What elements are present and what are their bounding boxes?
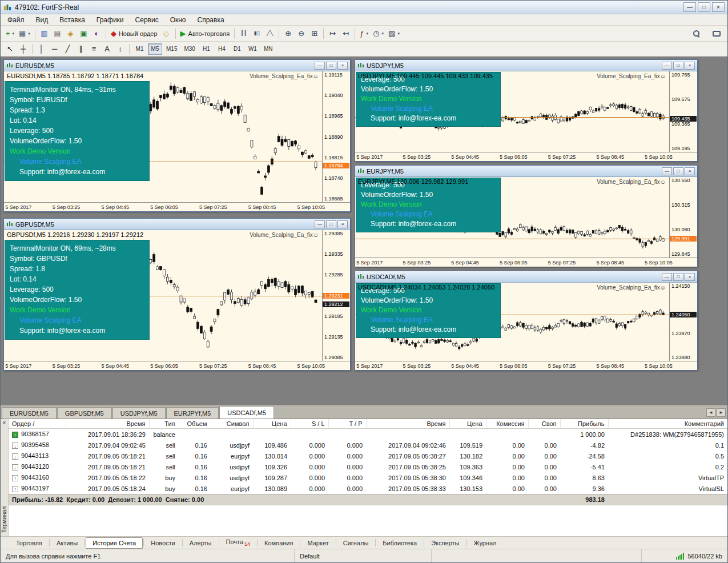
chart-area[interactable]: EURUSDf,M5 1.18785 1.18792 1.18771 1.187… xyxy=(4,71,350,211)
price-scale[interactable]: 1.293851.293351.292851.292351.291851.291… xyxy=(322,230,350,361)
channel-tool-button[interactable]: ∥ xyxy=(74,43,87,55)
search-button[interactable] xyxy=(690,27,703,40)
minimize-button[interactable]: — xyxy=(683,2,696,12)
history-row-90368157[interactable]: ↑903681572017.09.01 18:36:29balance1 000… xyxy=(9,429,727,440)
period-h4-button[interactable]: H4 xyxy=(215,43,229,55)
auto-scroll-button[interactable]: ↦ xyxy=(326,27,339,40)
chart-minimize-button[interactable]: — xyxy=(662,62,672,70)
column-header-volume[interactable]: Объем xyxy=(179,419,211,429)
chart-window-titlebar[interactable]: USDCADf,M5 — □ × xyxy=(355,271,697,283)
chart-window-eurusdf[interactable]: EURUSDf,M5 — □ × EURUSDf,M5 1.18785 1.18… xyxy=(3,59,351,212)
terminal-tab-journal[interactable]: Журнал xyxy=(467,538,502,548)
menu-insert[interactable]: Вставка xyxy=(54,15,91,25)
chart-window-titlebar[interactable]: GBPUSDf,M5 — □ × xyxy=(4,219,350,230)
ideas-chat-button[interactable] xyxy=(710,27,723,40)
history-row-90443160[interactable]: ↑904431602017.09.05 05:18:22buy0.16usdjp… xyxy=(9,472,727,483)
time-axis[interactable]: 5 Sep 20175 Sep 03:255 Sep 04:455 Sep 06… xyxy=(4,361,350,370)
period-w1-button[interactable]: W1 xyxy=(246,43,260,55)
tab-scroll-left-button[interactable]: ◄ xyxy=(706,408,715,417)
history-row-90443120[interactable]: ↓904431202017.09.05 05:18:21sell0.16usdj… xyxy=(9,461,727,472)
chart-plot[interactable]: GBPUSDf,M5 1.29216 1.29230 1.29197 1.292… xyxy=(4,230,322,361)
terminal-tab-company[interactable]: Компания xyxy=(258,538,299,548)
chart-maximize-button[interactable]: □ xyxy=(326,62,336,70)
terminal-tab-experts[interactable]: Эксперты xyxy=(425,538,465,548)
timeframes-button[interactable]: ◷▾ xyxy=(371,27,386,40)
menu-service[interactable]: Сервис xyxy=(130,15,164,25)
line-chart-mode-button[interactable]: ╱╲ xyxy=(263,27,276,40)
terminal-panel-button[interactable]: ▣ xyxy=(77,27,90,40)
vertical-line-tool-button[interactable]: │ xyxy=(35,43,48,55)
terminal-tab-market[interactable]: Маркет xyxy=(301,538,335,548)
zoom-in-button[interactable]: ⊕ xyxy=(281,27,295,40)
new-order-button[interactable]: ◆Новый ордер xyxy=(108,27,160,40)
menu-charts[interactable]: Графики xyxy=(91,15,130,25)
window-titlebar[interactable]: 479102: FortFS-Real — □ × xyxy=(1,1,727,14)
period-mn-button[interactable]: MN xyxy=(261,43,276,55)
chart-window-usdjpyf[interactable]: USDJPYf,M5 — □ × USDJPYf,M5 109.445 109.… xyxy=(355,59,698,162)
terminal-tab-signals[interactable]: Сигналы xyxy=(337,538,375,548)
column-header-tp[interactable]: T / P xyxy=(328,419,366,429)
data-window-button[interactable]: ▤ xyxy=(51,27,64,40)
navigator-button[interactable]: ◈ xyxy=(64,27,77,40)
column-header-commission[interactable]: Комиссия xyxy=(486,419,528,429)
chart-tab-usdcadf-m5[interactable]: USDCADf,M5 xyxy=(219,406,274,419)
chart-minimize-button[interactable]: — xyxy=(315,62,325,70)
chart-maximize-button[interactable]: □ xyxy=(673,62,683,70)
chart-close-button[interactable]: × xyxy=(685,273,695,281)
close-button[interactable]: × xyxy=(712,2,725,12)
arrow-tool-button[interactable]: ↕ xyxy=(114,43,127,55)
fibonacci-tool-button[interactable]: ≡ xyxy=(87,43,100,55)
menu-file[interactable]: Файл xyxy=(2,15,30,25)
chart-minimize-button[interactable]: — xyxy=(662,167,672,175)
chart-close-button[interactable]: × xyxy=(337,62,348,70)
terminal-close-icon[interactable]: × xyxy=(3,420,6,426)
column-header-swap[interactable]: Своп xyxy=(528,419,560,429)
terminal-tab-mail[interactable]: Почта14 xyxy=(220,537,257,549)
chart-minimize-button[interactable]: — xyxy=(315,220,325,228)
chart-window-titlebar[interactable]: USDJPYf,M5 — □ × xyxy=(355,60,697,71)
chart-window-usdcadf[interactable]: USDCADf,M5 — □ × USDCADf,M5 1.24034 1.24… xyxy=(355,271,698,371)
chart-close-button[interactable]: × xyxy=(685,167,695,175)
chart-minimize-button[interactable]: — xyxy=(662,273,672,281)
chart-maximize-button[interactable]: □ xyxy=(326,220,336,228)
trendline-tool-button[interactable]: ╱ xyxy=(61,43,74,55)
period-m30-button[interactable]: M30 xyxy=(181,43,198,55)
menu-help[interactable]: Справка xyxy=(192,15,230,25)
chart-tab-eurjpyf-m5[interactable]: EURJPYf,M5 xyxy=(166,407,219,419)
column-header-sl[interactable]: S / L xyxy=(291,419,328,429)
metaeditor-button[interactable]: ◇ xyxy=(160,27,173,40)
menu-window[interactable]: Окно xyxy=(164,15,192,25)
price-scale[interactable]: 1.241501.239701.238801.24050 xyxy=(669,283,697,361)
status-profile[interactable]: Default xyxy=(295,549,432,562)
zoom-out-button[interactable]: ⊖ xyxy=(295,27,308,40)
price-scale[interactable]: 130.550130.315130.080129.845129.991 xyxy=(669,177,697,258)
terminal-tab-news[interactable]: Новости xyxy=(144,538,182,548)
history-row-90443113[interactable]: ↓904431132017.09.05 05:18:21sell0.16eurj… xyxy=(9,451,727,461)
period-d1-button[interactable]: D1 xyxy=(230,43,244,55)
column-header-symbol[interactable]: Символ xyxy=(211,419,253,429)
market-watch-button[interactable]: ▥ xyxy=(38,27,51,40)
maximize-button[interactable]: □ xyxy=(698,2,710,12)
horizontal-line-tool-button[interactable]: ─ xyxy=(48,43,61,55)
candlestick-mode-button[interactable]: ▮▯ xyxy=(250,27,263,40)
chart-maximize-button[interactable]: □ xyxy=(673,167,683,175)
period-m15-button[interactable]: M15 xyxy=(163,43,180,55)
profiles-button[interactable]: ▦▾ xyxy=(17,27,33,40)
chart-tab-gbpusdf-m5[interactable]: GBPUSDf,M5 xyxy=(57,407,112,419)
chart-area[interactable]: USDCADf,M5 1.24034 1.24053 1.24028 1.240… xyxy=(355,283,697,370)
terminal-tab-trade[interactable]: Торговля xyxy=(10,538,49,548)
period-h1-button[interactable]: H1 xyxy=(199,43,214,55)
chart-plot[interactable]: EURJPYf,M5 130.006 129.982 129.991 Volum… xyxy=(355,177,669,258)
terminal-tab-history[interactable]: История Счета xyxy=(86,537,143,549)
time-axis[interactable]: 5 Sep 20175 Sep 03:255 Sep 04:455 Sep 06… xyxy=(355,361,697,370)
chart-close-button[interactable]: × xyxy=(685,62,695,70)
chart-plot[interactable]: USDJPYf,M5 109.445 109.445 109.433 109.4… xyxy=(355,71,669,152)
column-header-profit[interactable]: Прибыль xyxy=(560,419,608,429)
chart-area[interactable]: USDJPYf,M5 109.445 109.445 109.433 109.4… xyxy=(355,71,697,161)
price-scale[interactable]: 1.191151.190401.189651.188901.188151.187… xyxy=(322,71,350,202)
tile-windows-button[interactable]: ⊞ xyxy=(308,27,321,40)
chart-area[interactable]: GBPUSDf,M5 1.29216 1.29230 1.29197 1.292… xyxy=(4,230,350,370)
chart-plot[interactable]: USDCADf,M5 1.24034 1.24053 1.24028 1.240… xyxy=(355,283,669,361)
column-header-time[interactable]: Время xyxy=(66,419,149,429)
chart-window-eurjpyf[interactable]: EURJPYf,M5 — □ × EURJPYf,M5 130.006 129.… xyxy=(355,165,698,267)
